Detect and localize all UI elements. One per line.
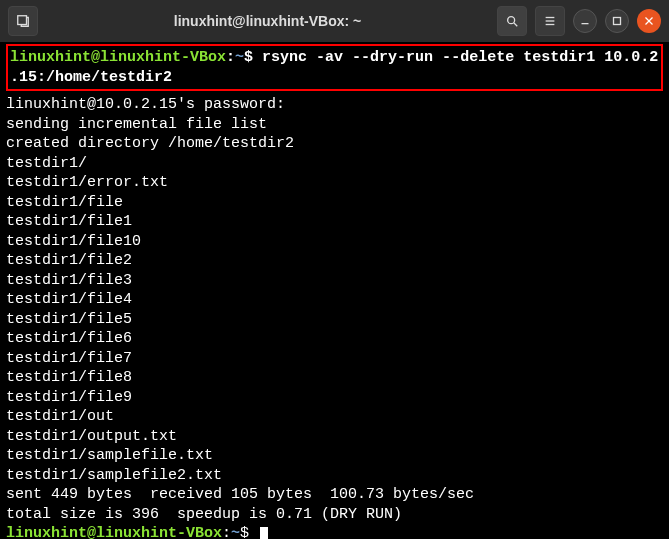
output-line: testdir1/file8 [6, 368, 663, 388]
close-button[interactable] [637, 9, 661, 33]
new-tab-button[interactable] [8, 6, 38, 36]
output-line: testdir1/file9 [6, 388, 663, 408]
close-icon [642, 14, 656, 28]
maximize-button[interactable] [605, 9, 629, 33]
prompt-colon: : [226, 49, 235, 66]
output-line: testdir1/file6 [6, 329, 663, 349]
new-tab-icon [16, 14, 30, 28]
search-button[interactable] [497, 6, 527, 36]
maximize-icon [610, 14, 624, 28]
output-line: sent 449 bytes received 105 bytes 100.73… [6, 485, 663, 505]
output-line: created directory /home/testdir2 [6, 134, 663, 154]
highlighted-command: linuxhint@linuxhint-VBox:~$ rsync -av --… [6, 44, 663, 91]
prompt-symbol: $ [240, 525, 249, 539]
output-line: testdir1/file1 [6, 212, 663, 232]
terminal-area[interactable]: linuxhint@linuxhint-VBox:~$ rsync -av --… [0, 42, 669, 539]
prompt-line: linuxhint@linuxhint-VBox:~$ [6, 524, 663, 539]
output-line: testdir1/file [6, 193, 663, 213]
svg-point-1 [508, 17, 515, 24]
output-line: testdir1/file5 [6, 310, 663, 330]
cursor [260, 527, 268, 539]
command-line2: .15:/home/testdir2 [10, 69, 172, 86]
output-line: testdir1/file10 [6, 232, 663, 252]
output-line: testdir1/output.txt [6, 427, 663, 447]
prompt-user: linuxhint@linuxhint-VBox [10, 49, 226, 66]
output-line: total size is 396 speedup is 0.71 (DRY R… [6, 505, 663, 525]
output-line: testdir1/file4 [6, 290, 663, 310]
prompt-user: linuxhint@linuxhint-VBox [6, 525, 222, 539]
output-line: testdir1/ [6, 154, 663, 174]
minimize-button[interactable] [573, 9, 597, 33]
svg-line-2 [514, 23, 518, 27]
svg-rect-7 [614, 18, 621, 25]
output-line: sending incremental file list [6, 115, 663, 135]
window-title: linuxhint@linuxhint-VBox: ~ [48, 13, 487, 29]
prompt-path: ~ [235, 49, 244, 66]
output-line: testdir1/file2 [6, 251, 663, 271]
menu-button[interactable] [535, 6, 565, 36]
minimize-icon [578, 14, 592, 28]
command-line1: rsync -av --dry-run --delete testdir1 10… [253, 49, 658, 66]
prompt-path: ~ [231, 525, 240, 539]
prompt-symbol: $ [244, 49, 253, 66]
output-line: testdir1/file7 [6, 349, 663, 369]
output-line: testdir1/out [6, 407, 663, 427]
hamburger-icon [543, 14, 557, 28]
output-line: testdir1/file3 [6, 271, 663, 291]
window-titlebar: linuxhint@linuxhint-VBox: ~ [0, 0, 669, 42]
search-icon [505, 14, 519, 28]
svg-rect-0 [18, 16, 27, 25]
output-line: testdir1/error.txt [6, 173, 663, 193]
output-line: linuxhint@10.0.2.15's password: [6, 95, 663, 115]
output-line: testdir1/samplefile.txt [6, 446, 663, 466]
output-line: testdir1/samplefile2.txt [6, 466, 663, 486]
